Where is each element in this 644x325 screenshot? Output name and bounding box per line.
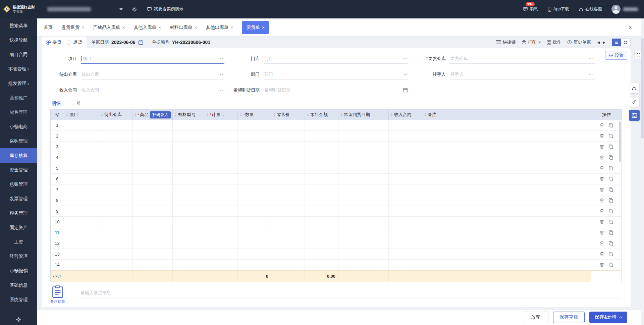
remark-tab[interactable]: 备注信息: [50, 285, 65, 304]
grid-cell[interactable]: [99, 227, 132, 238]
column-header-8[interactable]: 希望到货日期: [338, 110, 389, 120]
grid-cell[interactable]: [132, 184, 173, 195]
sort-icon[interactable]: [101, 113, 103, 116]
sidebar-item-general-ledger[interactable]: 总账管理: [0, 177, 37, 192]
grid-cell[interactable]: [422, 184, 591, 195]
sort-icon[interactable]: [273, 113, 275, 116]
sidebar-item-operation-mgmt[interactable]: 经营管理: [0, 249, 37, 264]
chevron-down-icon[interactable]: [404, 73, 408, 75]
delete-row-icon[interactable]: [599, 144, 604, 149]
tab-close-icon[interactable]: ×: [230, 25, 233, 30]
tab-detail[interactable]: 明细: [51, 99, 61, 108]
ellipsis-icon[interactable]: ···: [402, 56, 408, 61]
bill-date-value[interactable]: 2023-06-06: [111, 40, 136, 45]
ellipsis-icon[interactable]: ···: [589, 72, 594, 77]
grid-cell[interactable]: [173, 206, 204, 216]
sort-icon[interactable]: [206, 113, 208, 116]
grid-cell[interactable]: [99, 249, 132, 259]
grid-cell[interactable]: [204, 152, 238, 163]
grid-cell[interactable]: [389, 142, 422, 152]
sidebar-item-invoice-mgmt[interactable]: 发票管理: [0, 192, 37, 206]
grid-cell[interactable]: [422, 131, 591, 141]
tab-other-inbound[interactable]: 其他入库单×: [133, 21, 161, 34]
sort-icon[interactable]: [240, 113, 242, 116]
grid-cell[interactable]: [271, 142, 305, 152]
delete-row-icon[interactable]: [599, 262, 604, 267]
outbound-warehouse-input[interactable]: [82, 72, 218, 77]
grid-cell[interactable]: [238, 195, 271, 206]
app-download-button[interactable]: App下载: [547, 6, 569, 12]
list-view-button[interactable]: [612, 39, 621, 46]
grid-cell[interactable]: [132, 174, 173, 184]
grid-cell[interactable]: [389, 238, 422, 249]
grid-cell[interactable]: [238, 238, 271, 249]
print-button[interactable]: 打印: [522, 39, 541, 45]
grid-cell[interactable]: [64, 206, 99, 216]
grid-cell[interactable]: [422, 249, 591, 259]
discard-button[interactable]: 放弃: [523, 312, 548, 323]
grid-cell[interactable]: [238, 217, 271, 227]
grid-cell[interactable]: [338, 195, 389, 206]
grid-cell[interactable]: [338, 131, 389, 141]
grid-cell[interactable]: [271, 238, 305, 249]
sidebar-item-search-menu[interactable]: 搜索菜单: [0, 18, 37, 33]
grid-cell[interactable]: [389, 249, 422, 259]
expected-arrival-date-input[interactable]: [264, 88, 403, 93]
grid-cell[interactable]: [204, 163, 238, 173]
grid-cell[interactable]: [132, 163, 173, 173]
outbound-warehouse-input-wrap[interactable]: ···: [81, 69, 224, 79]
delete-row-icon[interactable]: [599, 230, 604, 235]
handler-input[interactable]: [450, 72, 589, 77]
sidebar-item-quick-nav[interactable]: 快捷导航: [0, 33, 37, 47]
handler-input-wrap[interactable]: ···: [450, 69, 595, 79]
grid-cell[interactable]: [173, 260, 204, 270]
sidebar-settings-gear-icon[interactable]: [0, 314, 37, 325]
grid-cell[interactable]: [204, 227, 238, 238]
grid-cell[interactable]: [99, 260, 132, 270]
column-header-7[interactable]: 零售金额: [305, 110, 338, 120]
grid-cell[interactable]: [99, 238, 132, 249]
delete-row-icon[interactable]: [599, 123, 604, 128]
tab-close-icon[interactable]: ×: [195, 25, 197, 30]
grid-cell[interactable]: [204, 249, 238, 259]
grid-cell[interactable]: [132, 206, 173, 216]
grid-cell[interactable]: [338, 142, 389, 152]
org-select[interactable]: [47, 7, 123, 11]
grid-cell[interactable]: [389, 174, 422, 184]
grid-cell[interactable]: [64, 238, 99, 249]
grid-cell[interactable]: [422, 142, 591, 152]
image-float-button[interactable]: [629, 110, 640, 121]
sort-icon[interactable]: [175, 113, 177, 116]
grid-cell[interactable]: [338, 260, 389, 270]
avatar[interactable]: [611, 5, 621, 14]
sidebar-item-expense[interactable]: 小畅报销: [0, 264, 37, 278]
grid-cell[interactable]: [204, 174, 238, 184]
grid-cell[interactable]: [132, 217, 173, 227]
grid-cell[interactable]: [305, 142, 338, 152]
grid-cell[interactable]: [173, 174, 204, 184]
copy-row-icon[interactable]: [608, 187, 613, 192]
grid-cell[interactable]: [132, 227, 173, 238]
grid-cell[interactable]: [238, 131, 271, 141]
settings-button[interactable]: 设置: [605, 51, 627, 60]
scan-entry-badge[interactable]: 扫码录入: [150, 111, 171, 118]
grid-cell[interactable]: [64, 184, 99, 195]
grid-cell[interactable]: [64, 217, 99, 227]
tab-requisition[interactable]: 要货单×: [242, 21, 269, 34]
grid-cell[interactable]: [389, 184, 422, 195]
sidebar-item-ecommerce[interactable]: 小畅电商: [0, 119, 37, 134]
grid-cell[interactable]: [99, 195, 132, 206]
grid-cell[interactable]: [422, 227, 591, 238]
grid-cell[interactable]: [64, 174, 99, 184]
delete-row-icon[interactable]: [599, 166, 604, 171]
department-input-wrap[interactable]: [264, 69, 409, 79]
grid-cell[interactable]: [271, 120, 305, 130]
copy-row-icon[interactable]: [608, 166, 613, 171]
grid-cell[interactable]: [271, 195, 305, 206]
copy-row-icon[interactable]: [608, 155, 613, 160]
grid-cell[interactable]: [305, 174, 338, 184]
grid-cell[interactable]: [99, 142, 132, 152]
sidebar-item-marketing[interactable]: 营销推广: [0, 91, 37, 105]
grid-cell[interactable]: [389, 260, 422, 270]
bill-type-return-radio[interactable]: 退货: [67, 39, 82, 45]
